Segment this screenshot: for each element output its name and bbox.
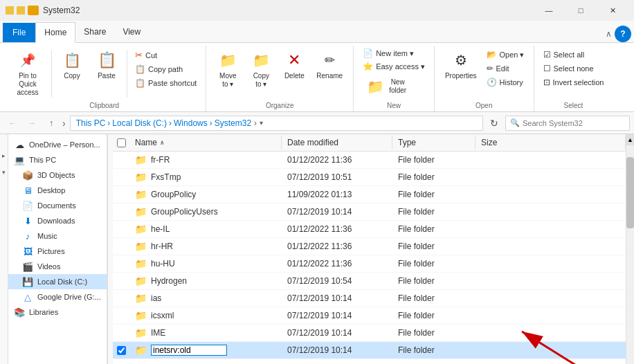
edit-button[interactable]: ✏ Edit xyxy=(483,62,528,75)
rename-input[interactable] xyxy=(151,345,227,356)
thispc-expander[interactable]: ▾ xyxy=(2,169,6,176)
scrollbar[interactable]: ▲ ▼ xyxy=(626,134,634,364)
row-checkbox[interactable] xyxy=(117,346,126,355)
file-row[interactable]: 📁 he-IL 01/12/2022 11:36 File folder xyxy=(113,221,626,238)
select-none-button[interactable]: ☐ Select none xyxy=(540,62,597,75)
paste-group: 📋 Paste xyxy=(91,47,123,82)
up-button[interactable]: ↑ xyxy=(43,115,60,131)
file-row[interactable]: 📁 InputMethod 07/12/2019 10:14 File fold… xyxy=(113,359,626,364)
path-dropdown[interactable]: ▾ xyxy=(260,119,263,127)
col-date[interactable]: Date modified xyxy=(282,136,392,149)
onedrive-expander[interactable]: ▸ xyxy=(2,152,6,159)
close-button[interactable]: ✕ xyxy=(597,0,628,21)
rename-button[interactable]: ✏ Rename xyxy=(311,47,347,82)
file-cell-type: File folder xyxy=(392,274,476,288)
sidebar-label-pictures: Pictures xyxy=(37,247,65,255)
file-cell-name: 📁 hu-HU xyxy=(129,256,282,271)
help-button[interactable]: ? xyxy=(615,26,631,42)
file-row[interactable]: 📁 GroupPolicy 11/09/2022 01:13 File fold… xyxy=(113,186,626,203)
forward-button[interactable]: → xyxy=(24,115,40,131)
maximize-button[interactable]: □ xyxy=(565,0,597,21)
history-button[interactable]: 🕐 History xyxy=(483,76,528,89)
properties-button[interactable]: ⚙ Properties xyxy=(440,47,482,82)
file-row[interactable]: 📁 FxsTmp 07/12/2019 10:51 File folder xyxy=(113,169,626,186)
file-cell-date: 07/12/2019 10:54 xyxy=(282,274,392,288)
select-all-button[interactable]: ☑ Select all xyxy=(540,48,588,61)
file-row[interactable]: 📁 IME 07/12/2019 10:14 File folder xyxy=(113,325,626,342)
sidebar-item-pictures[interactable]: 🖼 Pictures xyxy=(8,244,107,259)
file-cell-date: 11/09/2022 01:13 xyxy=(282,188,392,201)
row-checkbox-col xyxy=(113,206,129,219)
address-path[interactable]: This PC › Local Disk (C:) › Windows › Sy… xyxy=(70,116,483,131)
move-to-button[interactable]: 📁 Moveto ▾ xyxy=(212,47,244,91)
path-thispc[interactable]: This PC xyxy=(76,118,106,128)
file-row[interactable]: 📁 hu-HU 01/12/2022 11:36 File folder xyxy=(113,255,626,273)
sidebar-item-libraries[interactable]: 📚 Libraries xyxy=(8,304,107,320)
path-localc[interactable]: Local Disk (C:) xyxy=(112,118,167,128)
paste-button[interactable]: 📋 Paste xyxy=(91,47,123,82)
file-row[interactable]: 📁 ias 07/12/2019 10:14 File folder xyxy=(113,290,626,307)
file-cell-type: File folder xyxy=(392,343,476,357)
search-input[interactable] xyxy=(523,119,625,127)
file-row[interactable]: 📁 Hydrogen 07/12/2019 10:54 File folder xyxy=(113,273,626,290)
folder-icon: 📁 xyxy=(135,241,147,252)
file-cell-date: 07/12/2019 10:14 xyxy=(282,309,392,322)
sidebar-item-downloads[interactable]: ⬇ Downloads xyxy=(8,213,107,228)
file-row[interactable]: 📁 fr-FR 01/12/2022 11:36 File folder xyxy=(113,152,626,169)
tab-home[interactable]: Home xyxy=(35,22,75,43)
file-name-text: hu-HU xyxy=(151,259,175,269)
easy-access-button[interactable]: ⭐ Easy access ▾ xyxy=(359,60,428,73)
file-row[interactable]: 📁 hr-HR 01/12/2022 11:36 File folder xyxy=(113,238,626,255)
scroll-thumb[interactable] xyxy=(626,157,634,228)
sidebar-item-3dobjects[interactable]: 📦 3D Objects xyxy=(8,167,107,183)
copy-button[interactable]: 📋 Copy xyxy=(56,47,88,82)
delete-button[interactable]: ✕ Delete xyxy=(278,47,310,82)
new-item-button[interactable]: 📄 New item ▾ xyxy=(359,47,417,60)
onedrive-icon: ☁ xyxy=(14,139,25,150)
paste-shortcut-button[interactable]: 📋 Paste shortcut xyxy=(132,77,200,89)
thispc-icon: 💻 xyxy=(14,154,25,165)
tab-view[interactable]: View xyxy=(114,21,149,42)
col-type[interactable]: Type xyxy=(392,136,476,149)
collapse-ribbon-icon[interactable]: ∧ xyxy=(606,29,612,39)
minimize-button[interactable]: — xyxy=(533,0,565,21)
sidebar-item-documents[interactable]: 📄 Documents xyxy=(8,198,107,213)
path-windows[interactable]: Windows xyxy=(174,118,208,128)
file-row[interactable]: 📁 07/12/2019 10:14 File folder xyxy=(113,342,626,359)
sidebar-item-onedrive[interactable]: ☁ OneDrive – Person... xyxy=(8,137,107,152)
cut-button[interactable]: ✂ Cut xyxy=(132,48,200,62)
file-name-text: fr-FR xyxy=(151,155,170,165)
back-button[interactable]: ← xyxy=(4,115,21,131)
scroll-track[interactable] xyxy=(626,145,634,364)
sidebar-item-music[interactable]: ♪ Music xyxy=(8,228,107,244)
sidebar-item-thispc[interactable]: 💻 This PC xyxy=(8,152,107,167)
file-cell-date: 07/12/2019 10:14 xyxy=(282,361,392,364)
refresh-button[interactable]: ↻ xyxy=(486,115,502,131)
open-btn[interactable]: 📂 Open ▾ xyxy=(483,48,528,61)
clipboard-label: Clipboard xyxy=(8,100,200,110)
file-name-text: icsxml xyxy=(151,311,174,320)
title-bar: System32 — □ ✕ xyxy=(0,0,634,21)
file-cell-date: 01/12/2022 11:36 xyxy=(282,222,392,236)
pin-to-quick-access-button[interactable]: 📌 Pin to Quickaccess xyxy=(8,47,47,99)
new-folder-button[interactable]: 📁 Newfolder xyxy=(359,73,411,100)
copy-path-button[interactable]: 📋 Copy path xyxy=(132,63,200,75)
scroll-up[interactable]: ▲ xyxy=(626,134,634,145)
select-all-checkbox[interactable] xyxy=(117,138,126,147)
divider1 xyxy=(51,50,52,98)
sidebar-item-videos[interactable]: 🎬 Videos xyxy=(8,259,107,274)
properties-group: ⚙ Properties xyxy=(440,47,482,82)
file-cell-type: File folder xyxy=(392,239,476,253)
col-size[interactable]: Size xyxy=(476,136,626,149)
file-row[interactable]: 📁 icsxml 07/12/2019 10:14 File folder xyxy=(113,307,626,325)
path-system32[interactable]: System32 xyxy=(215,118,251,128)
invert-selection-button[interactable]: ⊡ Invert selection xyxy=(540,76,608,89)
copy-to-button[interactable]: 📁 Copyto ▾ xyxy=(245,47,277,91)
col-name[interactable]: Name ∧ xyxy=(129,136,282,149)
sidebar-item-localc[interactable]: 💾 Local Disk (C:) xyxy=(8,274,107,289)
file-row[interactable]: 📁 GroupPolicyUsers 07/12/2019 10:14 File… xyxy=(113,203,626,221)
sidebar-item-desktop[interactable]: 🖥 Desktop xyxy=(8,183,107,198)
sidebar-item-googledrive[interactable]: △ Google Drive (G:... xyxy=(8,289,107,304)
tab-file[interactable]: File xyxy=(3,23,35,42)
tab-share[interactable]: Share xyxy=(75,21,114,42)
